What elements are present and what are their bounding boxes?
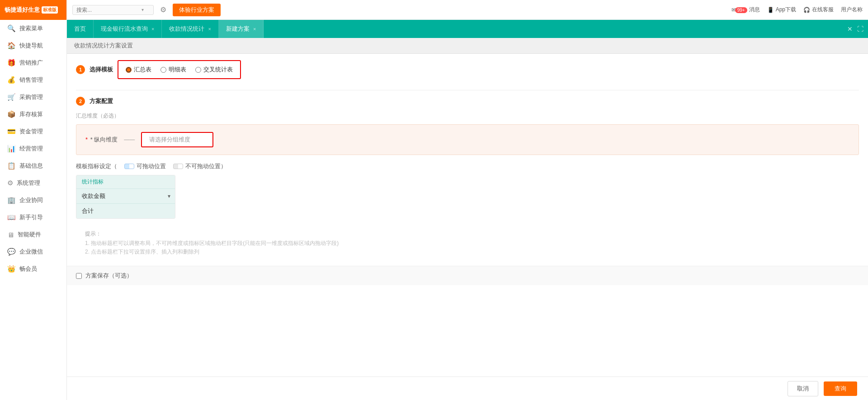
logo-text: 畅捷通好生意 [5,6,40,14]
home-icon: 🏠 [7,42,16,50]
sidebar-label-operations: 经营管理 [19,145,43,153]
sidebar-item-sales[interactable]: 💰 销售管理 [0,71,66,89]
form-card: 1 选择模板 汇总表 明细表 交叉统计表 [67,54,868,376]
header-search-box[interactable]: ▾ [72,5,154,15]
try-industry-button[interactable]: 体验行业方案 [173,4,221,16]
dimension-select[interactable]: 请选择分组维度 [141,132,213,147]
tab-new-plan[interactable]: 新建方案 × [219,20,264,38]
sidebar-item-inventory[interactable]: 📦 库存核算 [0,106,66,123]
search-input[interactable] [76,7,140,13]
template-select-row: 汇总表 明细表 交叉统计表 [118,60,241,79]
gear-icon: ⚙ [7,179,13,187]
sidebar-item-purchase[interactable]: 🛒 采购管理 [0,89,66,106]
tab-bar-right: ✕ ⛶ [847,25,868,33]
section1-header: 1 选择模板 汇总表 明细表 交叉统计表 [76,60,859,79]
section2-number: 2 [76,97,85,106]
building-icon: 🏢 [7,196,16,204]
chart-icon: 📊 [7,145,16,153]
sidebar-item-guide[interactable]: 📖 新手引导 [0,209,66,226]
sidebar-item-basic-info[interactable]: 📋 基础信息 [0,157,66,174]
sidebar-label-sales: 销售管理 [19,76,43,84]
sidebar-item-weixin[interactable]: 💬 企业微信 [0,243,66,260]
dimension-area: * * 纵向维度 —— 请选择分组维度 [76,124,859,155]
save-option-label[interactable]: 方案保存（可选） [85,272,132,280]
close-tab-icon[interactable]: ✕ [847,25,853,33]
tab-new-plan-label: 新建方案 [226,25,250,33]
box-icon: 📦 [7,110,16,118]
metrics-config-header: 模板指标设定（ 可拖动位置 不可拖动位置） [76,162,859,170]
sidebar-logo: 畅捷通好生意 标准版 [0,0,66,20]
section2-header: 2 方案配置 [76,97,859,106]
page-title: 收款情况统计方案设置 [74,42,133,49]
settings-icon[interactable]: ⚙ [160,5,166,14]
main-area: ▾ ⚙ 体验行业方案 ✉ 99+ 消息 📱 App下载 🎧 在线客服 用户名称 [67,0,868,400]
tab-receipt-stat-label: 收款情况统计 [169,25,204,33]
radio-detail-input[interactable] [160,67,166,73]
download-label: App下载 [776,6,796,14]
sidebar-item-marketing[interactable]: 🎁 营销推广 [0,54,66,71]
metrics-cell-label: 收款金额 [76,189,163,203]
clipboard-icon: 📋 [7,162,16,170]
sidebar-item-vip[interactable]: 👑 畅会员 [0,260,66,278]
radio-cross-input[interactable] [195,67,201,73]
metrics-config-title: 模板指标设定（ [76,162,117,170]
radio-cross[interactable]: 交叉统计表 [195,66,233,74]
user-name: 用户名称 [841,6,863,14]
maximize-icon[interactable]: ⛶ [857,25,863,33]
metrics-table: 统计指标 收款金额 ▾ 合计 [76,175,175,219]
sidebar-item-quick-nav[interactable]: 🏠 快捷导航 [0,37,66,54]
app-download-item[interactable]: 📱 App下载 [767,6,796,14]
tab-new-plan-close[interactable]: × [253,26,256,32]
drag-indicator-locked [173,164,183,169]
tab-home[interactable]: 首页 [67,20,94,38]
cancel-button[interactable]: 取消 [788,381,818,396]
sidebar-label-system: 系统管理 [17,179,40,187]
sidebar-item-enterprise[interactable]: 🏢 企业协同 [0,192,66,209]
online-service-item[interactable]: 🎧 在线客服 [803,6,834,14]
radio-detail[interactable]: 明细表 [160,66,186,74]
user-name-item[interactable]: 用户名称 [841,6,863,14]
dimension-title: 汇总维度（必选） [76,113,119,119]
sidebar-label-basic-info: 基础信息 [19,162,43,170]
sidebar-item-finance[interactable]: 💳 资金管理 [0,123,66,140]
notification-badge: 99+ [735,7,747,13]
cart-icon: 🛒 [7,93,16,101]
sidebar-item-smart-hw[interactable]: 🖥 智能硬件 [0,226,66,243]
tab-bank-flow[interactable]: 现金银行流水查询 × [94,20,162,38]
sidebar-nav: 🔍 搜索菜单 🏠 快捷导航 🎁 营销推广 💰 销售管理 🛒 采购管理 📦 库存核… [0,20,66,400]
sidebar-label-smart-hw: 智能硬件 [18,231,41,239]
tab-receipt-stat[interactable]: 收款情况统计 × [162,20,218,38]
dimension-row: * * 纵向维度 —— 请选择分组维度 [85,132,849,147]
chevron-down-icon[interactable]: ▾ [142,7,144,12]
sidebar-item-system[interactable]: ⚙ 系统管理 [0,174,66,192]
sidebar-label-vip: 畅会员 [19,265,37,273]
tab-bank-flow-close[interactable]: × [151,26,154,32]
notification-item[interactable]: ✉ 99+ 消息 [731,6,760,14]
section2-title: 方案配置 [90,97,113,105]
dimension-arrow: —— [124,136,135,143]
dimension-placeholder: 请选择分组维度 [149,136,190,143]
required-mark: * [85,136,88,143]
sidebar-label-finance: 资金管理 [19,127,43,136]
dimension-subsection-label: 汇总维度（必选） [76,112,859,120]
tab-bar: 首页 现金银行流水查询 × 收款情况统计 × 新建方案 × ✕ ⛶ [67,20,868,38]
query-button[interactable]: 查询 [824,381,857,396]
sidebar-label-marketing: 营销推广 [19,59,43,67]
template-section: 1 选择模板 汇总表 明细表 交叉统计表 [67,54,868,90]
sidebar-item-search-menu[interactable]: 🔍 搜索菜单 [0,20,66,37]
save-checkbox[interactable] [76,273,82,279]
metrics-cell: 收款金额 ▾ [76,189,175,204]
tab-receipt-stat-close[interactable]: × [208,26,211,32]
book-icon: 📖 [7,213,16,221]
drag-indicator-active [124,164,134,169]
sidebar-item-operations[interactable]: 📊 经营管理 [0,140,66,157]
total-label: 合计 [82,207,94,214]
footer-bar: 取消 查询 [67,376,868,400]
tips-section: 提示： 1. 拖动标题栏可以调整布局，不可跨维度或指标区域拖动栏目字段(只能在同… [76,226,859,261]
notification-label: 消息 [749,6,760,14]
tips-item-2: 2. 点击标题栏下拉可设置排序、插入列和删除列 [85,248,850,256]
drag-label: 可拖动位置 [137,162,166,170]
metrics-dropdown-arrow[interactable]: ▾ [163,190,175,202]
radio-summary[interactable]: 汇总表 [126,66,151,74]
radio-summary-input[interactable] [126,67,132,73]
